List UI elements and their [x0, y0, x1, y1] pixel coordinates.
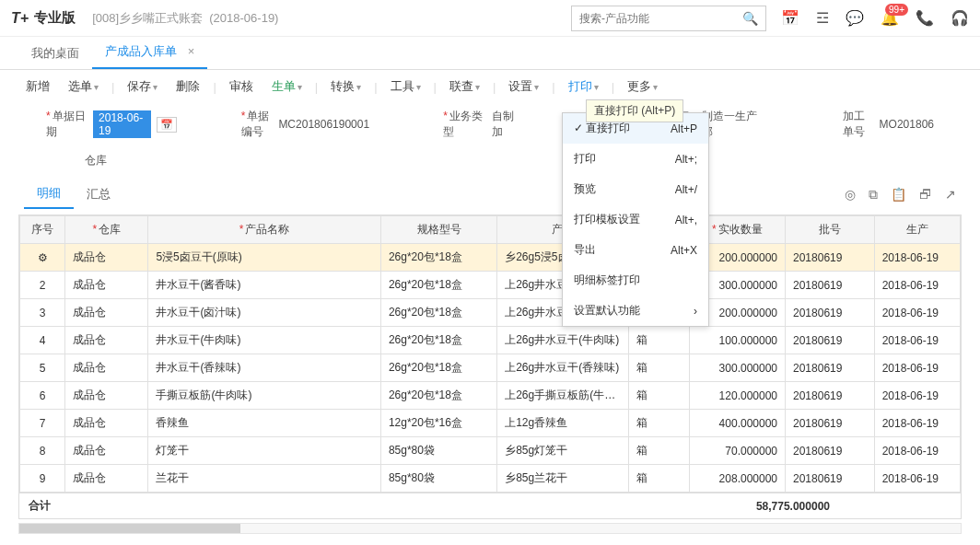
close-icon[interactable]: ×: [188, 44, 195, 58]
cell[interactable]: 手撕豆板筋(牛肉味): [148, 382, 381, 410]
cell[interactable]: 成品仓: [65, 272, 148, 299]
cell[interactable]: 208.000000: [689, 465, 785, 493]
cell[interactable]: 2018-06-19: [874, 272, 960, 299]
cell[interactable]: 香辣鱼: [148, 410, 381, 437]
cell[interactable]: 20180619: [786, 437, 875, 465]
select-button[interactable]: 选单▾: [61, 75, 106, 99]
cell[interactable]: ⚙: [20, 244, 65, 272]
cell[interactable]: 井水豆干(酱香味): [148, 272, 381, 299]
cell[interactable]: 20180619: [786, 382, 875, 410]
save-button[interactable]: 保存▾: [120, 75, 165, 99]
cell[interactable]: 3: [20, 299, 65, 327]
menu-print[interactable]: 打印Alt+;: [563, 144, 708, 174]
paste-icon[interactable]: 📋: [891, 187, 906, 202]
bell-icon[interactable]: 🔔99+: [881, 9, 899, 27]
phone-icon[interactable]: 📞: [916, 9, 934, 27]
cell[interactable]: 20180619: [786, 465, 875, 493]
cell[interactable]: 2018-06-19: [874, 382, 960, 410]
chat-icon[interactable]: 💬: [846, 9, 864, 27]
font-icon[interactable]: 🗗: [919, 187, 932, 202]
cell[interactable]: 12g*20包*16盒: [380, 410, 496, 437]
col-batch[interactable]: 批号: [786, 216, 875, 244]
locate-icon[interactable]: ◎: [845, 187, 856, 202]
cell[interactable]: 26g*20包*18盒: [380, 327, 496, 354]
audit-button[interactable]: 审核: [222, 75, 261, 99]
cell[interactable]: 26g*20包*18盒: [380, 354, 496, 382]
cell[interactable]: 成品仓: [65, 410, 148, 437]
menu-template[interactable]: 打印模板设置Alt+,: [563, 204, 708, 235]
tool-button[interactable]: 工具▾: [383, 75, 428, 99]
cell[interactable]: 箱: [628, 437, 689, 465]
headset-icon[interactable]: 🎧: [951, 9, 969, 27]
cell[interactable]: 成品仓: [65, 382, 148, 410]
cell[interactable]: 300.000000: [689, 354, 785, 382]
cell[interactable]: 成品仓: [65, 299, 148, 327]
link-button[interactable]: 联查▾: [442, 75, 487, 99]
cell[interactable]: 乡85g兰花干: [497, 465, 629, 493]
cell[interactable]: 2018-06-19: [874, 437, 960, 465]
menu-preview[interactable]: 预览Alt+/: [563, 174, 708, 204]
cell[interactable]: 兰花干: [148, 465, 381, 493]
cell[interactable]: 2018-06-19: [874, 410, 960, 437]
cell[interactable]: 20180619: [786, 354, 875, 382]
cell[interactable]: 上26g井水豆干(牛肉味): [497, 327, 629, 354]
table-row[interactable]: 4成品仓井水豆干(牛肉味)26g*20包*18盒上26g井水豆干(牛肉味)箱10…: [20, 327, 961, 354]
cell[interactable]: 成品仓: [65, 465, 148, 493]
cell[interactable]: 26g*20包*18盒: [380, 244, 496, 272]
cell[interactable]: 2018-06-19: [874, 299, 960, 327]
search-box[interactable]: 🔍: [571, 6, 766, 31]
cell[interactable]: 5: [20, 354, 65, 382]
cell[interactable]: 2: [20, 272, 65, 299]
cell[interactable]: 井水豆干(牛肉味): [148, 327, 381, 354]
date-input[interactable]: 2018-06-19: [93, 110, 151, 138]
cell[interactable]: 成品仓: [65, 354, 148, 382]
col-seq[interactable]: 序号: [20, 216, 65, 244]
cell[interactable]: 上12g香辣鱼: [497, 410, 629, 437]
col-prod[interactable]: 生产: [874, 216, 960, 244]
calendar-picker-icon[interactable]: 📅: [157, 117, 177, 133]
calendar-icon[interactable]: 📅: [781, 9, 799, 27]
cell[interactable]: 85g*80袋: [380, 437, 496, 465]
horizontal-scrollbar[interactable]: [18, 523, 962, 534]
cell[interactable]: 20180619: [786, 299, 875, 327]
convert-button[interactable]: 转换▾: [323, 75, 368, 99]
add-button[interactable]: 新增: [18, 75, 57, 99]
cell[interactable]: 成品仓: [65, 327, 148, 354]
table-row[interactable]: 7成品仓香辣鱼12g*20包*16盒上12g香辣鱼箱400.0000002018…: [20, 410, 961, 437]
setting-button[interactable]: 设置▾: [501, 75, 546, 99]
cell[interactable]: 乡85g灯笼干: [497, 437, 629, 465]
cell[interactable]: 9: [20, 465, 65, 493]
list-icon[interactable]: ☲: [816, 9, 829, 27]
cell[interactable]: 5浸5卤豆干(原味): [148, 244, 381, 272]
cell[interactable]: 箱: [628, 465, 689, 493]
cell[interactable]: 85g*80袋: [380, 465, 496, 493]
cell[interactable]: 4: [20, 327, 65, 354]
export-icon[interactable]: ↗: [945, 187, 956, 202]
cell[interactable]: 120.000000: [689, 382, 785, 410]
cell[interactable]: 20180619: [786, 327, 875, 354]
tab-current[interactable]: 产成品入库单 ×: [92, 36, 207, 69]
cell[interactable]: 成品仓: [65, 244, 148, 272]
cell[interactable]: 20180619: [786, 410, 875, 437]
cell[interactable]: 2018-06-19: [874, 244, 960, 272]
table-row[interactable]: 9成品仓兰花干85g*80袋乡85g兰花干箱208.00000020180619…: [20, 465, 961, 493]
print-button[interactable]: 打印▾: [561, 75, 606, 99]
search-input[interactable]: [579, 12, 758, 25]
cell[interactable]: 26g*20包*18盒: [380, 272, 496, 299]
cell[interactable]: 上26g手撕豆板筋(牛肉味): [497, 382, 629, 410]
cell[interactable]: 2018-06-19: [874, 327, 960, 354]
generate-button[interactable]: 生单▾: [264, 75, 309, 99]
table-row[interactable]: 8成品仓灯笼干85g*80袋乡85g灯笼干箱70.000000201806192…: [20, 437, 961, 465]
col-spec[interactable]: 规格型号: [380, 216, 496, 244]
cell[interactable]: 箱: [628, 410, 689, 437]
cell[interactable]: 400.000000: [689, 410, 785, 437]
table-row[interactable]: ⚙成品仓5浸5卤豆干(原味)26g*20包*18盒乡26g5浸5卤豆干200.0…: [20, 244, 961, 272]
cell[interactable]: 20180619: [786, 272, 875, 299]
delete-button[interactable]: 删除: [169, 75, 207, 99]
cell[interactable]: 2018-06-19: [874, 465, 960, 493]
cell[interactable]: 26g*20包*18盒: [380, 299, 496, 327]
cell[interactable]: 6: [20, 382, 65, 410]
cell[interactable]: 2018-06-19: [874, 354, 960, 382]
cell[interactable]: 70.000000: [689, 437, 785, 465]
tab-desktop[interactable]: 我的桌面: [18, 38, 92, 69]
